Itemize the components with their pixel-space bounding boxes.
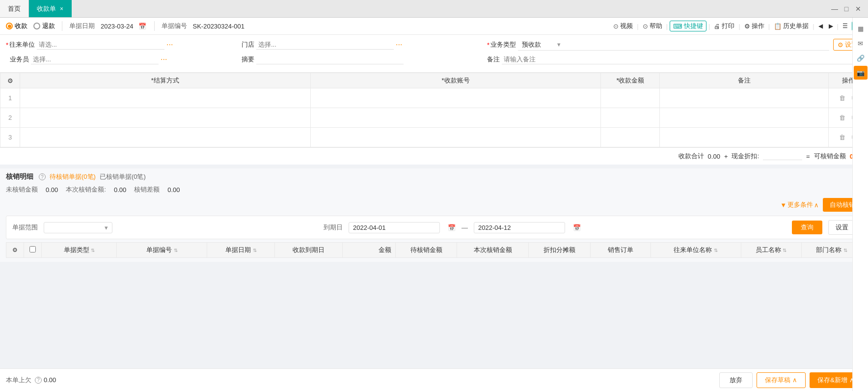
refund-radio-icon (33, 23, 40, 29)
video-button[interactable]: ⊙ 视频 (611, 21, 635, 31)
shop-more-btn[interactable]: ··· (394, 40, 404, 49)
calendar-to-icon[interactable]: 📅 (573, 224, 581, 231)
col-type-header[interactable]: 单据类型 ⇅ (42, 243, 117, 258)
date-from-input[interactable] (349, 222, 440, 233)
remark-input[interactable] (502, 55, 862, 64)
print-label: 打印 (722, 22, 734, 30)
summary-input[interactable] (256, 55, 404, 64)
next-button[interactable]: ▶ (827, 22, 835, 30)
row-3-remark[interactable] (660, 128, 829, 147)
plus-sign: + (724, 153, 728, 160)
row-2-account[interactable] (310, 108, 601, 128)
row-1-settle[interactable] (20, 88, 311, 108)
receive-refund-group: 收款 退款 (6, 22, 55, 30)
help-label: 帮助 (650, 22, 662, 30)
calendar-from-icon[interactable]: 📅 (448, 224, 456, 231)
verify-info-icon[interactable]: ? (39, 173, 46, 180)
date-separator: — (461, 224, 468, 231)
detail-table: ⚙ *结算方式 *收款账号 *收款金额 备注 操作 (0, 73, 868, 147)
date-to-input[interactable] (474, 222, 565, 233)
staff-input[interactable] (31, 55, 159, 64)
row-2-remark[interactable] (660, 108, 829, 128)
total-label: 收款合计 (678, 152, 704, 161)
col-account-header: *收款账号 (310, 73, 601, 88)
col-num-header[interactable]: 单据编号 ⇅ (117, 243, 207, 258)
refund-radio[interactable]: 退款 (33, 22, 55, 30)
history-button[interactable]: 📋 历史单据 (772, 21, 811, 31)
calendar-icon[interactable]: 📅 (138, 23, 146, 30)
list-icon[interactable]: ☰ (841, 22, 850, 30)
verify-table-checkbox-all[interactable] (24, 243, 42, 258)
row-3-delete-icon[interactable]: 🗑 (838, 133, 847, 142)
row-2-delete-icon[interactable]: 🗑 (838, 113, 847, 123)
sidebar-mail-icon[interactable]: ✉ (854, 36, 868, 50)
operate-icon: ⚙ (744, 23, 750, 30)
col-staff-header[interactable]: 员工名称 ⇅ (741, 243, 801, 258)
date-label: 单据日期 (69, 22, 95, 30)
range-select[interactable]: ▾ (44, 222, 112, 233)
partner-more-btn[interactable]: ··· (164, 40, 175, 49)
abandon-button[interactable]: 放弃 (719, 372, 753, 388)
row-3-settle[interactable] (20, 128, 311, 147)
range-label: 单据范围 (12, 223, 38, 232)
staff-label: 业务员 (6, 55, 29, 64)
window-buttons: — □ ✕ (831, 5, 868, 13)
chevron-up-icon: ∧ (814, 201, 819, 209)
prev-button[interactable]: ◀ (816, 22, 825, 30)
sidebar-link-icon[interactable]: 🔗 (854, 51, 868, 65)
row-3-account[interactable] (310, 128, 601, 147)
tab-home[interactable]: 首页 (0, 0, 29, 17)
btype-select[interactable]: 预收款 ▾ (518, 39, 829, 51)
verify-filter-bar: ▼ 更多条件 ∧ 自动核销 (6, 198, 862, 212)
save-draft-button[interactable]: 保存草稿 ∧ (757, 372, 806, 388)
divider-2 (154, 21, 155, 31)
row-1-account[interactable] (310, 88, 601, 108)
done-tab[interactable]: 已核销单据(0笔) (100, 172, 146, 181)
shortcut-button[interactable]: ⌨ 快捷键 (670, 21, 706, 31)
sort-date-icon: ⇅ (253, 248, 257, 253)
verify-table: ⚙ 单据类型 ⇅ 单据编号 ⇅ 单据日期 ⇅ (6, 242, 862, 258)
help-button[interactable]: ⊙ 帮助 (641, 21, 664, 31)
table-row: 2 🗑 ⧉ (0, 108, 868, 128)
sidebar-camera-icon[interactable]: 📷 (854, 66, 868, 80)
row-3-amount[interactable] (601, 128, 660, 147)
bottom-actions: 放弃 保存草稿 ∧ 保存&新增 ∧ (719, 372, 862, 388)
verify-table-gear[interactable]: ⚙ (6, 243, 24, 258)
col-partner-header[interactable]: 往来单位名称 ⇅ (651, 243, 741, 258)
form-area: * 往来单位 ··· 门店 ··· * 业务类型 预收款 ▾ (0, 35, 868, 73)
bottom-bar: 本单上欠 ? 0.00 放弃 保存草稿 ∧ 保存&新增 ∧ (0, 368, 868, 391)
col-date-header[interactable]: 单据日期 ⇅ (207, 243, 275, 258)
minimize-button[interactable]: — (831, 5, 839, 13)
diff-value: 0.00 (167, 186, 180, 194)
bottom-info-label: 本单上欠 (6, 376, 31, 385)
tab-close-icon[interactable]: × (60, 5, 63, 12)
verify-section: 核销明细 ? 待核销单据(0笔) 已核销单据(0笔) 未核销金额 0.00 本次… (0, 168, 868, 262)
discount-input[interactable] (763, 152, 802, 160)
shop-input[interactable] (256, 40, 394, 50)
more-conditions-btn[interactable]: ▼ 更多条件 ∧ (780, 200, 819, 209)
pending-tab[interactable]: 待核销单据(0笔) (50, 172, 96, 181)
bottom-info-icon[interactable]: ? (35, 377, 42, 384)
select-all-checkbox[interactable] (29, 246, 36, 252)
sidebar-table-icon[interactable]: ▦ (854, 22, 868, 35)
partner-input[interactable] (37, 40, 164, 50)
staff-more-btn[interactable]: ··· (159, 55, 169, 64)
row-1-remark[interactable] (660, 88, 829, 108)
date-value: 2023-03-24 (101, 23, 134, 30)
verifiable-label: 可核销金额 (814, 152, 846, 161)
row-2-settle[interactable] (20, 108, 311, 128)
bottom-info: 本单上欠 ? 0.00 (6, 376, 56, 385)
receive-radio[interactable]: 收款 (6, 22, 27, 30)
close-button[interactable]: ✕ (854, 5, 862, 13)
filter-setting-button[interactable]: 设置 (828, 220, 856, 235)
btype-required: * (487, 41, 489, 49)
row-1-amount[interactable] (601, 88, 660, 108)
query-button[interactable]: 查询 (792, 221, 822, 234)
row-1-delete-icon[interactable]: 🗑 (838, 93, 847, 103)
operate-button[interactable]: ⚙ 操作 (742, 21, 766, 31)
print-button[interactable]: 🖨 打印 (712, 21, 736, 31)
row-2-amount[interactable] (601, 108, 660, 128)
tab-active[interactable]: 收款单 × (29, 0, 72, 17)
table-setting-icon[interactable]: ⚙ (0, 73, 20, 88)
maximize-button[interactable]: □ (842, 5, 850, 13)
